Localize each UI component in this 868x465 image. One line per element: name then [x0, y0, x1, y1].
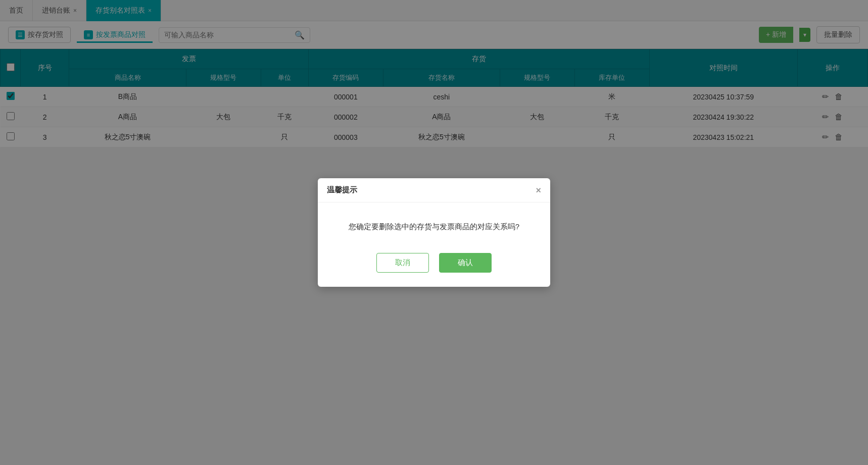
modal-overlay: 温馨提示 × 您确定要删除选中的存货与发票商品的对应关系吗? 取消 确认 — [0, 0, 868, 147]
